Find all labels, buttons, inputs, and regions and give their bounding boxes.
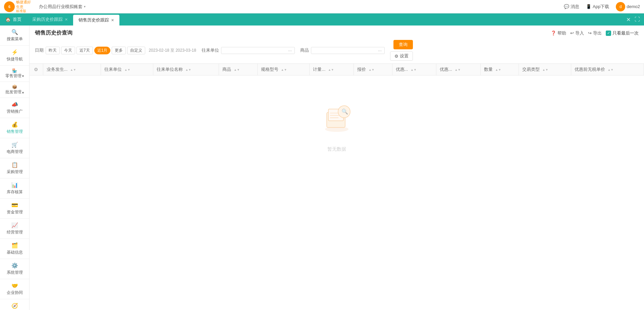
message-button[interactable]: 💬 消息 [564, 4, 579, 10]
wholesale-icon: 📦 [12, 85, 17, 89]
app-selector-text: 办公用品行业模拟账套 [39, 4, 83, 10]
col-price[interactable]: 报价 ▲▼ [354, 64, 392, 75]
sales-icon: 💰 [11, 121, 18, 128]
tab-sales-history[interactable]: 销售历史价跟踪 ✕ [73, 15, 119, 25]
col-goods[interactable]: 商品 ▲▼ [219, 64, 257, 75]
download-button[interactable]: 📱 App下载 [586, 4, 609, 10]
sort-icon: ▲▼ [234, 68, 240, 71]
date-btn-today[interactable]: 今天 [61, 47, 75, 54]
sort-icon: ▲▼ [411, 68, 417, 71]
top-bar: 6 畅捷通好生意 标准版 办公用品行业模拟账套 ▾ 💬 消息 📱 App下载 d… [0, 0, 644, 13]
sidebar-item-inventory[interactable]: 📊 库存核算 [0, 178, 29, 199]
date-btn-more[interactable]: 更多 [112, 47, 126, 54]
help-button[interactable]: ❓ 帮助 [551, 30, 566, 36]
tab-home[interactable]: 🏠 首页 [0, 13, 27, 25]
sidebar-item-operation[interactable]: 📈 经营管理 [0, 219, 29, 239]
sidebar-item-purchase[interactable]: 📋 采购管理 [0, 158, 29, 178]
sort-icon: ▲▼ [328, 68, 334, 71]
shortcut-icon: ⚡ [11, 49, 18, 55]
goods-filter: 商品 ··· [300, 47, 385, 54]
settings-button[interactable]: ⚙ 设置 [390, 51, 413, 61]
sidebar: 🔍 搜索菜单 ⚡ 快捷导航 🏪 零售管理 ▾ 📦 批发管理 ▴ 📣 营销推广 [0, 25, 30, 310]
app-selector[interactable]: 办公用品行业模拟账套 ▾ [39, 4, 86, 10]
col-pre-tax-price[interactable]: 优惠前无税单价 ▲▼ [571, 64, 644, 75]
sidebar-item-ecommerce[interactable]: 🛒 电商管理 [0, 138, 29, 158]
filter-row: 日期 昨天 今天 近7天 近1月 更多 自定义 2023-02-18 至 202… [35, 40, 639, 61]
partner-filter: 往来单位 ··· [202, 47, 295, 54]
corp-icon: 🤝 [11, 282, 18, 289]
empty-illustration: 🔍 [320, 102, 354, 142]
close-tab1-icon[interactable]: ✕ [65, 17, 68, 22]
date-btn-custom[interactable]: 自定义 [127, 47, 145, 54]
home-icon: 🏠 [5, 17, 11, 22]
date-filter: 日期 昨天 今天 近7天 近1月 更多 自定义 2023-02-18 至 202… [35, 47, 196, 54]
sidebar-item-retail[interactable]: 🏪 零售管理 ▾ [0, 66, 29, 82]
content-area: 销售历史价查询 ❓ 帮助 ↩ 导入 ↪ 导出 ✓ [30, 25, 644, 310]
close-tab2-icon[interactable]: ✕ [111, 18, 114, 22]
col-trade-type[interactable]: 交易类型 ▲▼ [519, 64, 571, 75]
gear-icon[interactable]: ⚙ [34, 67, 38, 72]
col-spec[interactable]: 规格型号 ▲▼ [257, 64, 310, 75]
date-btn-1month[interactable]: 近1月 [94, 47, 111, 54]
sidebar-item-system[interactable]: ⚙️ 系统管理 [0, 259, 29, 279]
tab-purchase-history[interactable]: 采购历史价跟踪 ✕ [27, 13, 73, 25]
finance-icon: 💳 [11, 202, 18, 208]
import-icon: ↩ [570, 31, 574, 36]
sort-icon: ▲▼ [124, 68, 130, 71]
guide-icon: 🧭 [11, 303, 18, 309]
close-window-icon[interactable]: ✕ [626, 16, 631, 23]
export-icon: ↪ [588, 31, 592, 36]
sidebar-item-corp[interactable]: 🤝 企业协同 [0, 279, 29, 299]
maximize-icon[interactable]: ⛶ [635, 16, 640, 22]
retail-icon: 🏪 [12, 68, 17, 73]
only-last-wrap[interactable]: ✓ 只看最后一次 [606, 30, 639, 36]
sidebar-item-search[interactable]: 🔍 搜索菜单 [0, 25, 29, 46]
table-wrap: ⚙ 业务发生... ▲▼ 往来单位 ▲▼ 往来单位名称 ▲▼ [30, 64, 644, 310]
logo-icon: 6 [4, 1, 15, 12]
col-gear[interactable]: ⚙ [30, 64, 43, 75]
logo-text: 畅捷通好生意 标准版 [16, 0, 34, 13]
basic-icon: 🗂️ [11, 242, 18, 249]
date-btn-7days[interactable]: 近7天 [76, 47, 93, 54]
col-discount2[interactable]: 优惠... ▲▼ [436, 64, 481, 75]
sidebar-item-shortcut[interactable]: ⚡ 快捷导航 [0, 46, 29, 66]
page-title-row: 销售历史价查询 ❓ 帮助 ↩ 导入 ↪ 导出 ✓ [35, 30, 639, 37]
user-area[interactable]: d demo2 [616, 2, 640, 11]
sidebar-item-basic[interactable]: 🗂️ 基础信息 [0, 239, 29, 259]
sidebar-item-marketing[interactable]: 📣 营销推广 [0, 98, 29, 118]
date-range-text: 2023-02-18 至 2023-03-18 [149, 48, 196, 53]
partner-label: 往来单位 [202, 47, 219, 53]
goods-picker-icon[interactable]: ··· [378, 48, 382, 53]
col-unit[interactable]: 计量... ▲▼ [310, 64, 354, 75]
col-partner-name[interactable]: 往来单位名称 ▲▼ [153, 64, 219, 75]
partner-input[interactable] [224, 48, 288, 53]
logo-area: 6 畅捷通好生意 标准版 [4, 0, 34, 13]
ecommerce-icon: 🛒 [11, 142, 18, 148]
sort-icon: ▲▼ [281, 68, 287, 71]
sort-icon: ▲▼ [542, 68, 548, 71]
col-biz-date[interactable]: 业务发生... ▲▼ [43, 64, 101, 75]
query-button[interactable]: 查询 [393, 40, 413, 49]
date-btn-yesterday[interactable]: 昨天 [46, 47, 60, 54]
col-partner-code[interactable]: 往来单位 ▲▼ [101, 64, 153, 75]
avatar: d [616, 2, 625, 11]
page-actions: ❓ 帮助 ↩ 导入 ↪ 导出 ✓ 只看最后一次 [551, 30, 639, 36]
export-button[interactable]: ↪ 导出 [588, 30, 602, 36]
sidebar-item-sales[interactable]: 💰 销售管理 [0, 118, 29, 138]
partner-picker-icon[interactable]: ··· [288, 48, 292, 53]
sort-icon: ▲▼ [607, 68, 613, 71]
only-last-checkbox[interactable]: ✓ [606, 31, 611, 36]
goods-label: 商品 [300, 47, 309, 53]
col-discount1[interactable]: 优惠... ▲▼ [392, 64, 436, 75]
import-button[interactable]: ↩ 导入 [570, 30, 584, 36]
tab-bar: 🏠 首页 采购历史价跟踪 ✕ 销售历史价跟踪 ✕ ✕ ⛶ [0, 13, 644, 25]
help-icon: ❓ [551, 31, 556, 36]
sort-icon: ▲▼ [70, 68, 76, 71]
col-quantity[interactable]: 数量 ▲▼ [480, 64, 519, 75]
sidebar-item-finance[interactable]: 💳 资金管理 [0, 199, 29, 219]
sidebar-item-guide[interactable]: 🧭 新手引导 [0, 299, 29, 310]
wholesale-arrow-icon: ▴ [22, 90, 24, 94]
goods-input-wrap: ··· [311, 47, 385, 54]
goods-input[interactable] [314, 48, 378, 53]
sidebar-item-wholesale[interactable]: 📦 批发管理 ▴ [0, 82, 29, 98]
